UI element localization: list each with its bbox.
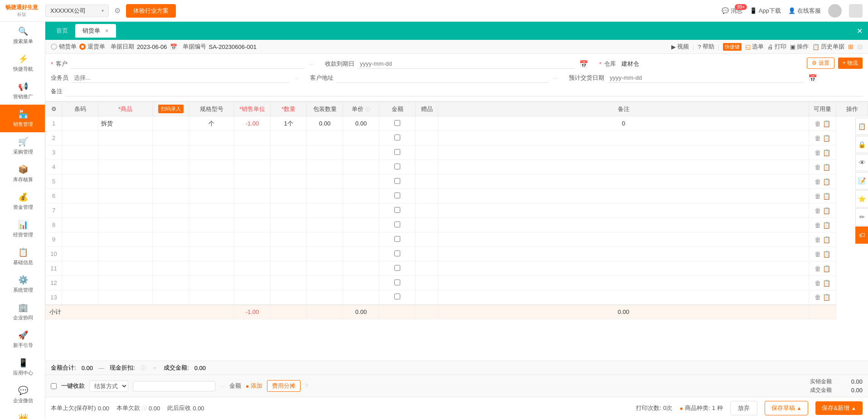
- delete-icon-6[interactable]: 🗑: [815, 193, 821, 200]
- float-btn-7-orange[interactable]: 🏷: [855, 226, 868, 244]
- addr-dots[interactable]: ···: [553, 75, 558, 82]
- sidebar-item-guide[interactable]: 🚀 新手引导: [0, 326, 45, 353]
- customer-input[interactable]: [70, 59, 305, 69]
- row-qty-2[interactable]: [234, 131, 271, 145]
- row-price-3[interactable]: [307, 145, 343, 160]
- row-unit-11[interactable]: [189, 261, 234, 276]
- sidebar-item-inventory[interactable]: 📦 库存核算: [0, 160, 45, 188]
- row-amount-12[interactable]: [343, 276, 379, 290]
- row-gift-7[interactable]: [379, 203, 416, 218]
- delete-icon-12[interactable]: 🗑: [815, 279, 821, 287]
- row-product-12[interactable]: [98, 276, 153, 290]
- row-barcode-13[interactable]: [62, 290, 98, 305]
- gift-checkbox-6[interactable]: [394, 193, 400, 198]
- payment-account-input[interactable]: [133, 381, 215, 391]
- row-gift-3[interactable]: [379, 145, 416, 160]
- row-barcode-1[interactable]: [62, 116, 98, 131]
- gift-checkbox-5[interactable]: [394, 178, 400, 184]
- copy-icon-10[interactable]: 📋: [823, 250, 830, 258]
- copy-icon-5[interactable]: 📋: [823, 178, 830, 185]
- row-pkgqty-13[interactable]: [271, 290, 307, 305]
- copy-icon-12[interactable]: 📋: [823, 279, 830, 287]
- row-price-7[interactable]: [307, 203, 343, 218]
- row-price-11[interactable]: [307, 261, 343, 276]
- row-amount-8[interactable]: [343, 218, 379, 232]
- sidebar-item-finance[interactable]: 💰 资金管理: [0, 188, 45, 215]
- shortcut-action[interactable]: 快捷键: [723, 43, 742, 51]
- copy-icon-4[interactable]: 📋: [823, 164, 830, 171]
- tab-sales-order[interactable]: 销货单 ✕: [75, 24, 116, 38]
- row-qty-3[interactable]: [234, 145, 271, 160]
- row-unit-6[interactable]: [189, 189, 234, 203]
- row-qty-7[interactable]: [234, 203, 271, 218]
- row-unit-12[interactable]: [189, 276, 234, 290]
- radio-sales[interactable]: 销货单: [51, 43, 77, 51]
- delete-icon-13[interactable]: 🗑: [815, 294, 821, 301]
- row-spec-10[interactable]: [153, 247, 189, 261]
- row-product-11[interactable]: [98, 261, 153, 276]
- delivery-cal-icon[interactable]: 📅: [808, 74, 817, 82]
- messages-button[interactable]: 💬 消息 99+: [722, 7, 742, 15]
- row-pkgqty-10[interactable]: [271, 247, 307, 261]
- row-barcode-6[interactable]: [62, 189, 98, 203]
- row-barcode-11[interactable]: [62, 261, 98, 276]
- col-settings[interactable]: ⚙: [46, 102, 62, 116]
- payment-method-select[interactable]: 结算方式: [89, 380, 128, 392]
- row-price-2[interactable]: [307, 131, 343, 145]
- row-amount-3[interactable]: [343, 145, 379, 160]
- copy-icon-1[interactable]: 📋: [823, 120, 830, 127]
- row-qty-13[interactable]: [234, 290, 271, 305]
- row-remark-7[interactable]: [416, 203, 438, 218]
- row-pkgqty-3[interactable]: [271, 145, 307, 160]
- row-unit-5[interactable]: [189, 174, 234, 189]
- row-gift-2[interactable]: [379, 131, 416, 145]
- payment-due-input[interactable]: [357, 59, 575, 69]
- calendar-icon[interactable]: 📅: [170, 43, 177, 50]
- video-action[interactable]: ▶ 视频: [671, 43, 689, 51]
- float-btn-3[interactable]: 👁: [855, 154, 868, 171]
- discount-help-icon[interactable]: ⓘ: [141, 364, 146, 372]
- salesperson-input[interactable]: [71, 73, 290, 83]
- row-qty-12[interactable]: [234, 276, 271, 290]
- row-gift-13[interactable]: [379, 290, 416, 305]
- row-remark-1[interactable]: [416, 116, 438, 131]
- delete-icon-5[interactable]: 🗑: [815, 178, 821, 185]
- row-unit-10[interactable]: [189, 247, 234, 261]
- row-product-1[interactable]: 拆货: [98, 116, 153, 131]
- price-info-icon[interactable]: ⓘ: [365, 106, 370, 112]
- row-pkgqty-1[interactable]: 1个: [271, 116, 307, 131]
- row-remark-10[interactable]: [416, 247, 438, 261]
- gift-checkbox-10[interactable]: [394, 250, 400, 256]
- float-btn-2[interactable]: 🔒: [855, 136, 868, 153]
- select-action[interactable]: ◱ 选单: [745, 43, 764, 51]
- delivery-date-input[interactable]: [607, 73, 804, 83]
- row-pkgqty-9[interactable]: [271, 232, 307, 247]
- row-barcode-12[interactable]: [62, 276, 98, 290]
- row-spec-11[interactable]: [153, 261, 189, 276]
- calendar-icon[interactable]: 📅: [579, 60, 588, 68]
- sidebar-item-wechat[interactable]: 💬 企业微信: [0, 381, 45, 409]
- row-remark-9[interactable]: [416, 232, 438, 247]
- scan-barcode-button[interactable]: 扫码录入: [158, 105, 184, 113]
- copy-icon-8[interactable]: 📋: [823, 222, 830, 229]
- row-remark-13[interactable]: [416, 290, 438, 305]
- view-toggle2-icon[interactable]: ⊟: [857, 43, 863, 50]
- copy-icon-11[interactable]: 📋: [823, 265, 830, 272]
- gift-checkbox-2[interactable]: [394, 135, 400, 140]
- row-product-8[interactable]: [98, 218, 153, 232]
- payment-dots[interactable]: ···: [220, 383, 225, 390]
- gift-checkbox-3[interactable]: [394, 149, 400, 155]
- row-product-9[interactable]: [98, 232, 153, 247]
- copy-icon-9[interactable]: 📋: [823, 236, 830, 243]
- avatar[interactable]: [828, 4, 842, 18]
- radio-return[interactable]: 退货单: [79, 43, 105, 51]
- sidebar-item-apps[interactable]: 📱 应用中心: [0, 353, 45, 381]
- one-click-checkbox[interactable]: [51, 383, 57, 389]
- logistics-button[interactable]: + 物流: [838, 58, 863, 69]
- total-debt-help-icon[interactable]: ⓘ: [142, 405, 147, 412]
- row-spec-9[interactable]: [153, 232, 189, 247]
- row-spec-2[interactable]: [153, 131, 189, 145]
- online-service-button[interactable]: 👤 在线客服: [788, 7, 821, 15]
- notes-input[interactable]: [65, 87, 863, 96]
- row-barcode-4[interactable]: [62, 160, 98, 174]
